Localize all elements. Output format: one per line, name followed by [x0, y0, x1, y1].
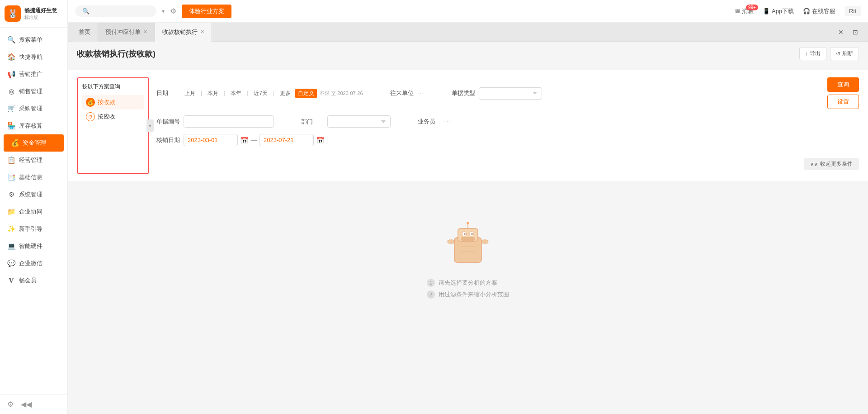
settings-icon[interactable]: ⚙ [7, 400, 14, 409]
filter-area: 按以下方案查询 💰 按收款 ⏱ 按应收 « 日期 [68, 70, 868, 181]
tab-receivable-offset[interactable]: 收款核销执行 ✕ [155, 23, 212, 42]
sidebar-logo: 🐰 畅捷通好生意 标准版 [0, 0, 67, 28]
app-download-btn[interactable]: 📱 App下载 [763, 7, 794, 15]
refresh-label: 刷新 [842, 50, 853, 57]
receipt-icon: 💰 [86, 98, 95, 107]
filter-option-by-receipt[interactable]: 💰 按收款 [82, 95, 144, 109]
tab-prepay-offset[interactable]: 预付冲应付单 ✕ [98, 23, 155, 42]
topbar-chevron-icon[interactable]: ▾ [162, 8, 165, 14]
topbar-gear-icon[interactable]: ⚙ [170, 7, 176, 15]
sidebar: 🐰 畅捷通好生意 标准版 🔍 搜索菜单 🏠 快捷导航 📢 营销推广 ◎ 销售管理… [0, 0, 68, 414]
date-more-btn[interactable]: 更多 [278, 89, 292, 98]
query-btn-group: 查询 设置 [827, 77, 859, 109]
industry-btn[interactable]: 体验行业方案 [182, 5, 231, 18]
empty-text-block: 1 请先选择要分析的方案 2 用过滤条件来缩小分析范围 [427, 279, 509, 299]
export-label: 导出 [810, 50, 821, 57]
sidebar-item-basic-info-label: 基础信息 [19, 173, 42, 181]
query-btn[interactable]: 查询 [827, 77, 859, 92]
settings-btn[interactable]: 设置 [827, 95, 859, 109]
filter-option-by-receivable-label: 按应收 [98, 113, 115, 121]
sidebar-item-inventory[interactable]: 🏪 库存核算 [0, 117, 67, 134]
receivable-icon: ⏱ [86, 112, 95, 121]
collapse-more-btn[interactable]: ∧∧ 收起更多条件 [804, 158, 859, 170]
collapse-sidebar-icon[interactable]: ◀◀ [21, 400, 32, 409]
tab-receivable-offset-close[interactable]: ✕ [200, 29, 204, 35]
collapse-filter-panel-btn[interactable]: « [146, 119, 154, 132]
sidebar-item-purchase[interactable]: 🛒 采购管理 [0, 100, 67, 117]
tab-prepay-offset-label: 预付冲应付单 [105, 28, 141, 36]
sidebar-item-basic-info[interactable]: 📑 基础信息 [0, 169, 67, 186]
voucher-type-label: 单据类型 [452, 89, 475, 97]
date-this-month-btn[interactable]: 本月 [206, 89, 220, 98]
chevron-up-icon: ∧∧ [810, 161, 818, 167]
export-icon: ↑ [805, 51, 808, 57]
home-nav-icon: 🏠 [7, 53, 15, 61]
online-service-btn[interactable]: 🎧 在线客服 [803, 7, 835, 15]
partner-select-dots[interactable]: ··· [417, 89, 425, 97]
app-download-label: App下载 [772, 7, 794, 15]
tab-prepay-offset-close[interactable]: ✕ [143, 29, 147, 35]
guide-nav-icon: ✨ [7, 225, 15, 233]
logo-title: 畅捷通好生意 [24, 7, 57, 14]
message-btn[interactable]: ✉ 消息 99+ [735, 7, 754, 15]
sidebar-item-enterprise[interactable]: 📁 企业协同 [0, 203, 67, 220]
verify-date-start-input[interactable] [184, 134, 238, 146]
sidebar-item-finance[interactable]: 💰 资金管理 [4, 134, 64, 152]
staff-label: 业务员 [418, 118, 440, 126]
message-icon: ✉ [735, 8, 740, 14]
calendar-start-icon[interactable]: 📅 [241, 137, 248, 144]
mobile-icon: 📱 [763, 8, 770, 14]
date-last-month-btn[interactable]: 上月 [183, 89, 197, 98]
operations-nav-icon: 📋 [7, 156, 15, 164]
sidebar-item-wechat[interactable]: 💬 企业微信 [0, 255, 67, 272]
staff-select-dots[interactable]: ··· [444, 118, 451, 126]
sidebar-item-vip[interactable]: V 畅会员 [0, 272, 67, 289]
user-name: Rit [849, 8, 856, 14]
date-7days-btn[interactable]: 近7天 [252, 89, 269, 98]
export-btn[interactable]: ↑ 导出 [799, 47, 826, 60]
search-nav-icon: 🔍 [7, 36, 15, 44]
maximize-tab-btn[interactable]: ⊡ [850, 27, 861, 38]
sidebar-item-system-label: 系统管理 [19, 190, 42, 199]
logo-rabbit-icon: 🐰 [8, 9, 18, 19]
page-content: 收款核销执行(按收款) ↑ 导出 ↺ 刷新 按以下方案查询 💰 按收款 [68, 42, 868, 414]
voucher-no-input[interactable] [184, 115, 274, 128]
sidebar-item-guide[interactable]: ✨ 新手引导 [0, 220, 67, 238]
hint-num-1: 1 [427, 279, 435, 287]
page-title: 收款核销执行(按收款) [77, 48, 156, 66]
verify-date-end-input[interactable] [259, 134, 314, 146]
date-this-year-btn[interactable]: 本年 [229, 89, 243, 98]
refresh-btn[interactable]: ↺ 刷新 [830, 47, 859, 60]
svg-rect-6 [461, 237, 475, 241]
filter-option-by-receivable[interactable]: ⏱ 按应收 [82, 109, 144, 124]
calendar-end-icon[interactable]: 📅 [316, 137, 324, 144]
date-range-text: 不限 至 2023-07-26 [320, 90, 363, 97]
logo-text-block: 畅捷通好生意 标准版 [24, 7, 57, 21]
refresh-icon: ↺ [836, 51, 840, 57]
date-custom-btn[interactable]: 自定义 [295, 89, 317, 98]
dept-select[interactable] [327, 115, 391, 128]
filter-option-by-receipt-label: 按收款 [98, 98, 115, 106]
purchase-nav-icon: 🛒 [7, 105, 15, 113]
topbar-search-box[interactable]: 🔍 [75, 5, 156, 17]
wechat-nav-icon: 💬 [7, 259, 15, 267]
sidebar-item-system[interactable]: ⚙ 系统管理 [0, 186, 67, 203]
topbar: 🔍 ▾ ⚙ 体验行业方案 ✉ 消息 99+ 📱 App下载 🎧 在线客服 Rit [68, 0, 868, 23]
sidebar-item-wechat-label: 企业微信 [19, 259, 42, 267]
svg-point-4 [464, 233, 466, 235]
sidebar-item-search[interactable]: 🔍 搜索菜单 [0, 31, 67, 48]
sidebar-item-hardware[interactable]: 💻 智能硬件 [0, 238, 67, 255]
voucher-type-select[interactable] [479, 87, 542, 100]
empty-state: 1 请先选择要分析的方案 2 用过滤条件来缩小分析范围 [68, 181, 868, 335]
filter-panel-title: 按以下方案查询 [82, 83, 144, 90]
sidebar-item-operations[interactable]: 📋 经营管理 [0, 152, 67, 169]
sidebar-item-marketing[interactable]: 📢 营销推广 [0, 66, 67, 83]
sidebar-item-quick-nav[interactable]: 🏠 快捷导航 [0, 48, 67, 66]
partner-filter-field: 往来单位 ··· [390, 89, 425, 97]
sidebar-item-search-label: 搜索菜单 [19, 36, 42, 44]
user-menu-btn[interactable]: Rit [844, 6, 861, 16]
system-nav-icon: ⚙ [7, 190, 15, 199]
close-tab-btn[interactable]: ✕ [835, 27, 846, 38]
sidebar-item-sales[interactable]: ◎ 销售管理 [0, 83, 67, 100]
tab-home[interactable]: 首页 [71, 23, 98, 42]
